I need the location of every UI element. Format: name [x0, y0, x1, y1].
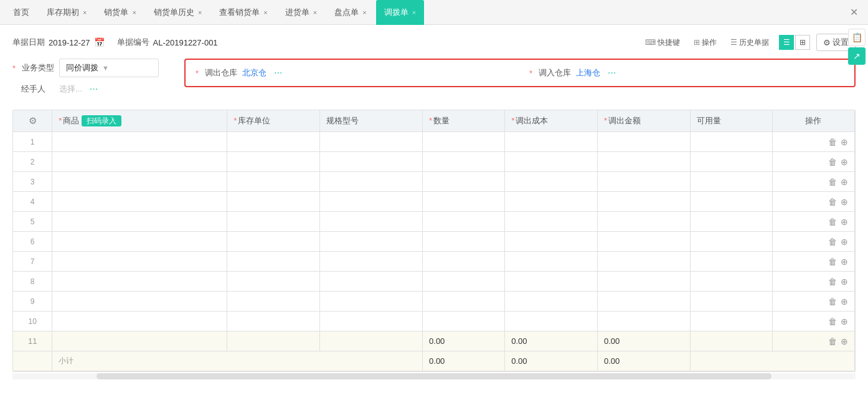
copy-row-icon[interactable]: ⊕ [841, 217, 848, 227]
cell-amount[interactable] [597, 312, 690, 331]
cell-spec[interactable] [319, 292, 422, 312]
delete-row-icon[interactable]: 🗑 [828, 137, 837, 147]
copy-row-icon[interactable]: ⊕ [841, 257, 848, 267]
close-sales-history[interactable]: × [198, 9, 202, 16]
cell-unit[interactable] [227, 132, 320, 152]
tab-sales-order[interactable]: 销货单 × [96, 0, 144, 25]
cell-unit[interactable] [227, 292, 320, 312]
layout-list-button[interactable]: ☰ [779, 35, 794, 50]
close-sales-order[interactable]: × [132, 9, 136, 16]
tab-inventory-init[interactable]: 库存期初 × [39, 0, 95, 25]
close-inventory-check[interactable]: × [362, 9, 366, 16]
side-doc-button[interactable]: 📋 [848, 29, 866, 46]
delete-row-icon[interactable]: 🗑 [828, 297, 837, 307]
cell-qty[interactable] [423, 232, 505, 252]
cell-unit[interactable] [227, 172, 320, 192]
cell-product[interactable] [52, 272, 227, 292]
business-type-select[interactable]: 同价调拨 ▼ [59, 59, 159, 77]
cell-product[interactable] [52, 312, 227, 331]
cell-spec[interactable] [319, 172, 422, 192]
cell-cost[interactable] [505, 192, 598, 212]
transfer-out-value[interactable]: 北京仓 [242, 67, 267, 79]
delete-row-icon[interactable]: 🗑 [828, 217, 837, 227]
delete-row-icon[interactable]: 🗑 [828, 157, 837, 167]
delete-row-icon[interactable]: 🗑 [828, 336, 837, 346]
cell-amount[interactable] [597, 292, 690, 312]
delete-row-icon[interactable]: 🗑 [828, 257, 837, 267]
cell-spec[interactable] [319, 192, 422, 212]
copy-row-icon[interactable]: ⊕ [841, 197, 848, 207]
close-inventory-init[interactable]: × [83, 9, 87, 16]
side-link-button[interactable]: ↗ [848, 47, 866, 65]
scrollbar-thumb[interactable] [97, 373, 771, 379]
tab-inventory-check[interactable]: 盘点单 × [326, 0, 374, 25]
cell-qty[interactable] [423, 252, 505, 272]
delete-row-icon[interactable]: 🗑 [828, 277, 837, 287]
cell-qty[interactable] [423, 132, 505, 152]
cell-qty[interactable] [423, 172, 505, 192]
delete-row-icon[interactable]: 🗑 [828, 197, 837, 207]
person-select[interactable]: 选择... [59, 83, 82, 95]
cell-qty[interactable] [423, 192, 505, 212]
tab-transfer[interactable]: 调拨单 × [376, 0, 424, 25]
transfer-in-more-button[interactable]: ··· [608, 67, 616, 79]
close-transfer[interactable]: × [412, 9, 416, 16]
transfer-in-value[interactable]: 上海仓 [576, 67, 600, 79]
cell-qty[interactable] [423, 272, 505, 292]
cell-product[interactable] [52, 292, 227, 312]
cell-product[interactable] [52, 232, 227, 252]
cell-amount[interactable] [597, 272, 690, 292]
cell-cost[interactable] [505, 312, 598, 331]
tab-purchase[interactable]: 进货单 × [277, 0, 325, 25]
close-window-button[interactable]: ✕ [845, 4, 863, 21]
cell-cost[interactable] [505, 272, 598, 292]
cell-unit[interactable] [227, 212, 320, 232]
date-value[interactable]: 2019-12-27 [49, 38, 90, 47]
copy-row-icon[interactable]: ⊕ [841, 157, 848, 167]
tab-sales-history[interactable]: 销货单历史 × [146, 0, 210, 25]
cell-spec[interactable] [319, 252, 422, 272]
cell-amount[interactable] [597, 252, 690, 272]
cell-product[interactable] [52, 212, 227, 232]
delete-row-icon[interactable]: 🗑 [828, 177, 837, 187]
tab-home[interactable]: 首页 [5, 0, 37, 25]
cell-product[interactable] [52, 252, 227, 272]
cell-spec[interactable] [319, 312, 422, 331]
cell-qty[interactable] [423, 312, 505, 331]
cell-spec[interactable] [319, 212, 422, 232]
delete-row-icon[interactable]: 🗑 [828, 237, 837, 247]
cell-unit[interactable] [227, 152, 320, 172]
cell-cost[interactable] [505, 232, 598, 252]
cell-amount[interactable] [597, 192, 690, 212]
shortcut-button[interactable]: ⌨ 快捷键 [641, 36, 684, 50]
cell-amount[interactable] [597, 132, 690, 152]
cell-cost[interactable] [505, 152, 598, 172]
cell-spec[interactable] [319, 232, 422, 252]
cell-cost[interactable] [505, 172, 598, 192]
copy-row-icon[interactable]: ⊕ [841, 297, 848, 307]
operation-button[interactable]: ⊞ 操作 [690, 36, 720, 50]
cell-product[interactable] [52, 172, 227, 192]
cell-product[interactable] [52, 132, 227, 152]
cell-cost[interactable] [505, 132, 598, 152]
copy-row-icon[interactable]: ⊕ [841, 237, 848, 247]
copy-row-icon[interactable]: ⊕ [841, 277, 848, 287]
cell-amount[interactable] [597, 232, 690, 252]
copy-row-icon[interactable]: ⊕ [841, 177, 848, 187]
scan-button[interactable]: 扫码录入 [82, 115, 121, 126]
history-button[interactable]: ☰ 历史单据 [727, 36, 773, 50]
cell-cost[interactable] [505, 212, 598, 232]
cell-amount[interactable] [597, 212, 690, 232]
tab-view-sales[interactable]: 查看销货单 × [211, 0, 275, 25]
cell-cost[interactable] [505, 252, 598, 272]
cell-amount[interactable] [597, 172, 690, 192]
copy-row-icon[interactable]: ⊕ [841, 137, 848, 147]
cell-qty[interactable] [423, 292, 505, 312]
cell-spec[interactable] [319, 152, 422, 172]
copy-row-icon[interactable]: ⊕ [841, 316, 848, 326]
close-view-sales[interactable]: × [263, 9, 267, 16]
person-more-button[interactable]: ··· [90, 83, 98, 95]
cell-product[interactable] [52, 192, 227, 212]
cell-cost[interactable] [505, 292, 598, 312]
cell-unit[interactable] [227, 312, 320, 331]
